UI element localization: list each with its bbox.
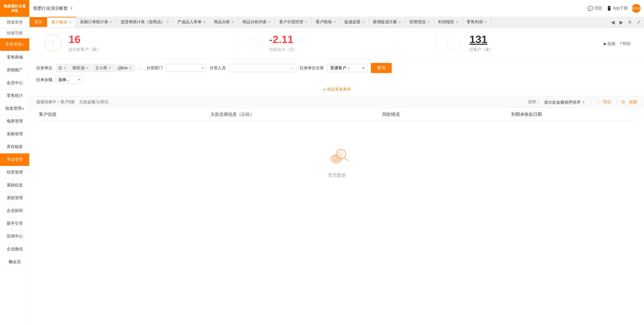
close-icon[interactable]: ✕ [362, 20, 364, 24]
tab-add-commission[interactable]: 新增提成方案 ✕ [369, 17, 405, 27]
sidebar-item-ecommerce[interactable]: 电商管理 [0, 115, 29, 128]
filter-tag-cjttcw[interactable]: cjttcw ✕ [115, 65, 134, 71]
filter-category-label: 往来单位分类 [300, 65, 324, 71]
close-icon[interactable]: ✕ [231, 20, 234, 24]
filter-tag-wang[interactable]: 王小亮 ✕ [93, 64, 114, 72]
tab-home[interactable]: 首页 [30, 17, 47, 27]
close-icon[interactable]: ✕ [333, 20, 336, 24]
sidebar-item-basic-info[interactable]: 基础信息 [0, 179, 29, 192]
tab-product-analysis[interactable]: 商品分析 ✕ [210, 17, 239, 27]
filter-dept-select[interactable] [166, 64, 206, 72]
stat-label-total: 欠款合计（万） [269, 47, 430, 52]
tab-customer-ledger[interactable]: 客户账本 ✕ [47, 17, 76, 27]
message-btn[interactable]: 💬 消息 [588, 5, 602, 11]
tab-maximize[interactable]: ⤢ [635, 19, 643, 26]
stat-help: ▶ 视频 ? 帮助 [604, 40, 631, 47]
sidebar-search[interactable]: 搜索菜单 [0, 17, 29, 28]
content-area: ¥ 16 总欠款客户（家） -2.11 欠款合计（万 [30, 28, 644, 325]
sidebar-item-member2[interactable]: 畅会员 [0, 256, 29, 268]
table-header: 客户信息 欠款交易信息（占比） 回款情况 到期未收款日期 [36, 108, 637, 121]
close-icon[interactable]: ✕ [268, 20, 271, 24]
stat-card-owing-total: -2.11 欠款合计（万） [237, 33, 437, 53]
chevron-down-icon: ▾ [22, 43, 24, 46]
filter-unit-tags: 伍 ✕ 陈民强 ✕ 王小亮 ✕ cjttcw ✕ ... [56, 64, 143, 72]
tab-purchase-stat-product[interactable]: 进货单统计表（按商品） ✕ [117, 17, 173, 27]
tab-operation-status[interactable]: 经营情况 ✕ [405, 17, 434, 27]
sidebar-item-retail-stat[interactable]: 零售统计 [0, 89, 29, 102]
tab-scroll-left[interactable]: ◀ [609, 19, 617, 26]
svg-point-17 [338, 152, 339, 153]
help-icon: ? [619, 41, 622, 46]
close-icon[interactable]: ✕ [69, 21, 72, 24]
export-button[interactable]: 导出 [603, 99, 611, 105]
chevron-down-icon[interactable]: ▼ [361, 66, 364, 70]
tab-product-analysis-list[interactable]: 商品分析列表 ✕ [239, 17, 275, 27]
industry-selector[interactable]: 母婴行业演示帐套 ▼ [33, 5, 73, 11]
filter-row-1: 往来单位 伍 ✕ 陈民强 ✕ 王小亮 ✕ cjttcw [36, 63, 637, 73]
tab-customer-tier[interactable]: 客户分层经营 ✕ [275, 17, 312, 27]
play-icon: ▶ [604, 41, 607, 46]
filter-remainder-select[interactable]: 选择... [56, 76, 83, 84]
help-link[interactable]: ? 帮助 [619, 41, 631, 47]
close-icon[interactable]: ✕ [110, 20, 112, 24]
sidebar-item-enterprise[interactable]: 企业协同 [0, 205, 29, 217]
app-download-btn[interactable]: 📱 App下载 [606, 5, 628, 11]
close-icon[interactable]: ✕ [348, 66, 350, 70]
close-icon[interactable]: ✕ [484, 20, 487, 24]
close-icon[interactable]: ✕ [203, 20, 206, 24]
stat-card-owing-customers: ¥ 16 总欠款客户（家） [36, 33, 237, 53]
sidebar-item-inventory[interactable]: 库存核算 [0, 141, 29, 153]
sidebar-item-member[interactable]: 会员中心 [0, 77, 29, 89]
filter-person-input[interactable] [232, 66, 290, 70]
sidebar-quick-nav[interactable]: 快捷导航 [0, 28, 29, 38]
tab-close-all[interactable]: ✕ [626, 19, 634, 26]
close-icon[interactable]: ✕ [63, 66, 67, 70]
sidebar-item-retail-mall[interactable]: 零售商城 [0, 51, 29, 64]
results-bar: 搜索结果中：客户0家 欠款金额 0.00元 排序： 按欠款金额倒序排序 | ↑ … [30, 97, 644, 108]
logo-main: 畅捷通好生意 [4, 4, 26, 8]
avatar[interactable]: demo2 [632, 4, 641, 13]
tab-product-instock[interactable]: 产成品入库单 ✕ [173, 17, 210, 27]
sidebar-item-wholesale[interactable]: 批发管理 ▾ [0, 102, 29, 115]
sidebar-item-newbie[interactable]: 新手引导 [0, 217, 29, 230]
tab-commission-setting[interactable]: 提成设置 ✕ [340, 17, 369, 27]
close-icon[interactable]: ✕ [456, 20, 458, 24]
filter-tag-more[interactable]: ... [136, 65, 143, 71]
close-icon[interactable]: ✕ [108, 66, 112, 70]
sidebar-item-retail-mgmt[interactable]: 零售管理 ▾ [0, 38, 29, 51]
filter-tag-wu[interactable]: 伍 ✕ [56, 64, 69, 72]
tab-purchase-order-stat[interactable]: 采购订单统计表 ✕ [76, 17, 117, 27]
topbar: 母婴行业演示帐套 ▼ 💬 消息 📱 App下载 demo2 [30, 0, 644, 17]
sidebar: 畅捷通好生意 标版 搜索菜单 快捷导航 零售管理 ▾ 零售商城 营销推广 会员中… [0, 0, 30, 325]
tab-scroll-right[interactable]: ▶ [617, 19, 625, 26]
sidebar-item-system[interactable]: 系统管理 [0, 192, 29, 205]
sidebar-item-wechat[interactable]: 企业微信 [0, 243, 29, 256]
filter-person-dots[interactable]: ··· [290, 66, 293, 71]
filter-unit-label: 往来单位 [36, 65, 52, 71]
close-icon[interactable]: ✕ [398, 20, 401, 24]
close-icon[interactable]: ✕ [129, 66, 132, 70]
sidebar-item-purchase[interactable]: 采购管理 [0, 128, 29, 141]
table-wrap: 客户信息 欠款交易信息（占比） 回款情况 到期未收款日期 [30, 108, 644, 205]
collapse-button[interactable]: ∧ 收起更多条件 [323, 86, 351, 92]
phone-icon: 📱 [606, 6, 612, 11]
sort-select[interactable]: 按欠款金额倒序排序 [544, 100, 585, 105]
filter-tag-chen[interactable]: 陈民强 ✕ [70, 64, 91, 72]
close-icon[interactable]: ✕ [86, 66, 89, 70]
video-link[interactable]: ▶ 视频 [604, 41, 615, 47]
svg-point-16 [333, 159, 337, 162]
tab-retail-profit[interactable]: 零售利润 ✕ [463, 17, 491, 27]
refresh-button[interactable]: 刷新 [629, 99, 637, 105]
query-button[interactable]: 查询 [371, 63, 392, 73]
sidebar-item-marketing[interactable]: 营销推广 [0, 64, 29, 77]
close-icon[interactable]: ✕ [427, 20, 430, 24]
close-icon[interactable]: ✕ [166, 20, 169, 24]
stats-row: ¥ 16 总欠款客户（家） -2.11 欠款合计（万 [30, 28, 644, 59]
close-icon[interactable]: ✕ [305, 20, 307, 24]
main-area: 母婴行业演示帐套 ▼ 💬 消息 📱 App下载 demo2 首页 客户账本 ✕ [30, 0, 644, 325]
sidebar-item-app-center[interactable]: 应用中心 [0, 230, 29, 243]
tab-customer-contact[interactable]: 客户联络 ✕ [312, 17, 340, 27]
sidebar-item-finance[interactable]: 资金管理 [0, 153, 29, 166]
sidebar-item-operation[interactable]: 经营管理 [0, 166, 29, 179]
tab-profit-report[interactable]: 利润报告 ✕ [434, 17, 463, 27]
